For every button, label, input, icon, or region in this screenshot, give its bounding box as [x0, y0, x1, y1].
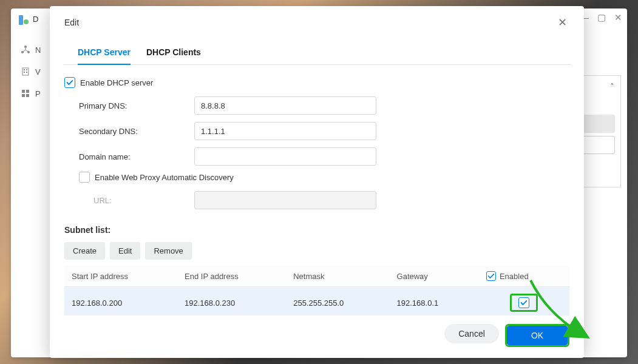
wpad-checkbox[interactable] [79, 172, 90, 183]
table-row[interactable]: 192.168.0.200 192.168.0.230 255.255.255.… [64, 287, 569, 316]
dialog-footer: Cancel OK [50, 315, 584, 358]
domain-name-label: Domain name: [79, 152, 194, 161]
domain-name-input[interactable] [194, 147, 376, 166]
cell-enabled [479, 287, 569, 316]
primary-dns-row: Primary DNS: [79, 94, 569, 117]
secondary-dns-label: Secondary DNS: [79, 127, 194, 136]
cancel-button[interactable]: Cancel [444, 324, 499, 343]
enable-dhcp-label: Enable DHCP server [80, 78, 153, 87]
create-button[interactable]: Create [64, 242, 105, 260]
col-gateway[interactable]: Gateway [390, 266, 479, 287]
check-icon [66, 78, 74, 87]
enable-dhcp-row: Enable DHCP server [64, 77, 569, 88]
cell-end-ip: 192.168.0.230 [177, 287, 286, 316]
dialog-header: Edit ✕ [50, 6, 584, 34]
primary-dns-input[interactable] [194, 96, 376, 115]
col-enabled[interactable]: Enabled [479, 266, 569, 287]
primary-dns-label: Primary DNS: [79, 101, 194, 110]
cell-netmask: 255.255.255.0 [286, 287, 389, 316]
remove-button[interactable]: Remove [145, 242, 191, 260]
tab-dhcp-clients[interactable]: DHCP Clients [146, 42, 201, 64]
secondary-dns-input[interactable] [194, 122, 376, 140]
dialog-body: Enable DHCP server Primary DNS: Secondar… [50, 65, 584, 315]
edit-button[interactable]: Edit [110, 242, 140, 260]
wpad-label: Enable Web Proxy Automatic Discovery [95, 173, 234, 182]
url-row: URL: [93, 189, 569, 212]
subnet-list-title: Subnet list: [64, 225, 569, 235]
url-label: URL: [93, 196, 194, 205]
dialog-title: Edit [64, 18, 79, 27]
enabled-highlight [510, 294, 538, 312]
subnet-toolbar: Create Edit Remove [64, 242, 569, 260]
cell-start-ip: 192.168.0.200 [64, 287, 177, 316]
cell-gateway: 192.168.0.1 [390, 287, 479, 316]
col-netmask[interactable]: Netmask [286, 266, 389, 287]
tab-bar: DHCP Server DHCP Clients [63, 39, 571, 65]
table-header-row: Start IP address End IP address Netmask … [64, 266, 569, 287]
col-start-ip[interactable]: Start IP address [64, 266, 177, 287]
ok-highlight: OK [505, 324, 569, 347]
check-icon [520, 298, 528, 307]
url-input [194, 191, 376, 209]
domain-name-row: Domain name: [79, 145, 569, 168]
col-end-ip[interactable]: End IP address [177, 266, 286, 287]
close-icon[interactable]: ✕ [555, 16, 569, 29]
enable-dhcp-checkbox[interactable] [64, 77, 75, 88]
subnet-table: Start IP address End IP address Netmask … [64, 266, 569, 315]
wpad-row: Enable Web Proxy Automatic Discovery [79, 172, 569, 183]
col-enabled-label: Enabled [500, 272, 529, 281]
secondary-dns-row: Secondary DNS: [79, 120, 569, 143]
row-enabled-checkbox[interactable] [518, 297, 529, 308]
ok-button[interactable]: OK [507, 326, 568, 345]
check-icon [487, 272, 495, 280]
edit-dialog: Edit ✕ DHCP Server DHCP Clients Enable D… [50, 6, 584, 358]
enabled-header-checkbox[interactable] [486, 271, 496, 281]
tab-dhcp-server[interactable]: DHCP Server [78, 42, 131, 64]
